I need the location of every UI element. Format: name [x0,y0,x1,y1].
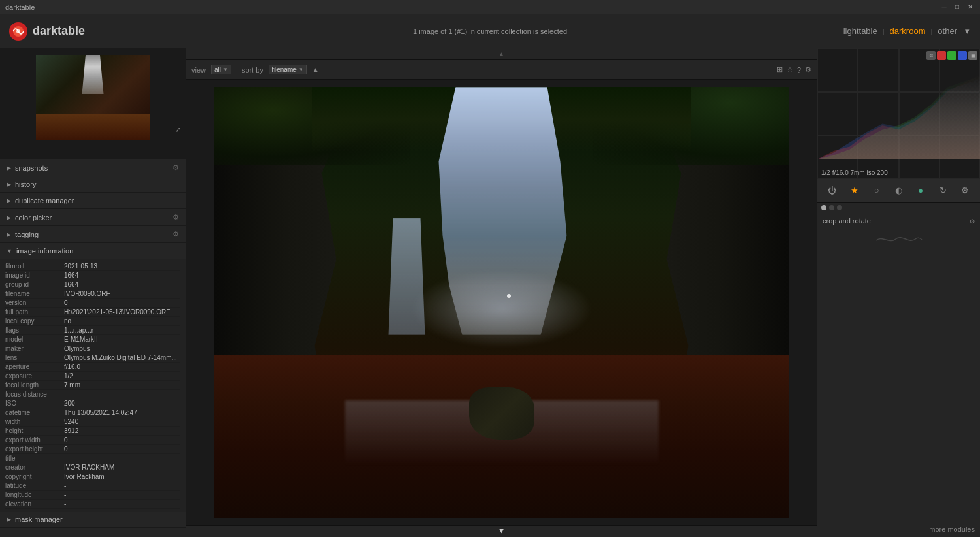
info-row-latitude: latitude - [5,481,180,491]
focus-distance-label: focus distance [5,391,64,398]
module-dots [817,203,980,213]
model-value: E-M1MarkII [64,336,98,343]
group-id-label: group id [5,281,64,288]
longitude-value: - [64,491,66,498]
tagging-arrow: ▶ [7,231,11,238]
maximize-button[interactable]: □ [953,3,962,12]
maker-label: maker [5,345,64,352]
lens-value: Olympus M.Zuiko Digital ED 7-14mm... [64,354,177,361]
height-value: 3912 [64,427,78,434]
snapshots-gear-icon[interactable]: ⚙ [172,163,179,172]
aperture-value: f/16.0 [64,363,80,370]
width-label: width [5,418,64,425]
settings-button[interactable]: ⚙ [957,183,973,199]
nav-expand-icon[interactable]: ▾ [962,25,972,37]
rotate-button[interactable]: ↻ [935,183,951,199]
darkroom-link[interactable]: darkroom [887,25,928,37]
bottom-arrow-button[interactable]: ▲ [186,525,817,537]
color-picker-gear-icon[interactable]: ⚙ [172,213,179,221]
iso-value: 200 [64,400,75,407]
help-icon[interactable]: ? [797,66,801,74]
info-row-width: width 5240 [5,417,180,427]
snapshots-section[interactable]: ▶ snapshots ⚙ [0,159,186,176]
datetime-label: datetime [5,409,64,416]
left-panel: ⤢ ▶ snapshots ⚙ ▶ history ▶ duplicate ma… [0,48,186,537]
all-channels-icon[interactable]: ◼ [968,51,977,60]
elevation-label: elevation [5,500,64,508]
center-area: ▲ view all ▼ sort by filename ▼ ▲ ⊞ ☆ [186,48,817,537]
full-path-value: H:\2021\2021-05-13\IVOR0090.ORF [64,308,170,316]
tagging-section[interactable]: ▶ tagging ⚙ [0,226,186,243]
copyright-label: copyright [5,473,64,480]
duplicate-manager-section[interactable]: ▶ duplicate manager [0,193,186,209]
tagging-gear-icon[interactable]: ⚙ [172,230,179,238]
star-button[interactable]: ★ [847,183,862,199]
lens-label: lens [5,354,64,361]
hist-cell [858,48,898,92]
histogram: ≋ ◼ 1/2 f/16.0 7mm iso 200 [817,48,980,179]
green-channel-icon[interactable] [947,51,956,60]
focal-length-value: 7 mm [64,382,80,389]
other-link[interactable]: other [935,25,960,37]
waveform-icon[interactable]: ≋ [926,51,936,60]
top-arrow-button[interactable]: ▲ [186,48,817,60]
export-width-label: export width [5,436,64,444]
history-section[interactable]: ▶ history [0,176,186,193]
elevation-value: - [64,500,66,508]
duplicate-label: duplicate manager [15,197,74,204]
hist-cell [817,92,858,136]
lighttable-link[interactable]: lighttable [841,25,880,37]
sort-select[interactable]: filename ▼ [269,65,307,74]
datetime-value: Thu 13/05/2021 14:02:47 [64,409,137,416]
title-label: title [5,455,64,462]
local-copy-label: local copy [5,317,64,325]
left-panel-footer [0,528,186,537]
info-row-group-id: group id 1664 [5,280,180,289]
title-value: - [64,455,66,462]
view-select[interactable]: all ▼ [211,65,231,74]
bookmark-icon[interactable]: ☆ [787,65,793,74]
half-circle-button[interactable]: ◐ [890,183,906,199]
view-controls-bar: view all ▼ sort by filename ▼ ▲ ⊞ ☆ ? ⚙ [186,60,817,80]
settings-icon[interactable]: ⚙ [805,65,811,74]
mask-manager-label: mask manager [15,515,63,523]
export-width-value: 0 [64,436,68,444]
rock-center [469,387,534,440]
info-row-elevation: elevation - [5,500,180,509]
more-modules-button[interactable]: more modules [817,521,980,537]
blue-channel-icon[interactable] [958,51,967,60]
info-row-filename: filename IVOR0090.ORF [5,289,180,299]
info-row-full-path: full path H:\2021\2021-05-13\IVOR0090.OR… [5,308,180,317]
power-button[interactable]: ⏻ [825,183,840,199]
close-button[interactable]: ✕ [966,3,975,12]
image-scene [214,87,789,518]
red-channel-icon[interactable] [937,51,946,60]
right-panel: ≋ ◼ 1/2 f/16.0 7mm iso 200 ⏻ ★ ○ ◐ ● ↻ [817,48,980,537]
image-info-content: filmroll 2021-05-13 image id 1664 group … [0,259,186,512]
thumbnail-image [36,55,150,140]
flags-value: 1...r..ap...r [64,327,93,334]
nav-separator-1: | [883,27,885,35]
minimize-button[interactable]: ─ [939,3,949,12]
info-row-creator: creator IVOR RACKHAM [5,463,180,472]
maker-value: Olympus [64,345,90,352]
color-picker-section[interactable]: ▶ color picker ⚙ [0,209,186,226]
image-information-section[interactable]: ▼ image information [0,243,186,259]
logo: darktable [8,21,85,42]
info-row-aperture: aperture f/16.0 [5,363,180,372]
crop-rotate-label: crop and rotate [823,217,871,225]
crop-rotate-toggle[interactable]: ⊙ [970,218,975,225]
expand-icon[interactable]: ⤢ [175,126,180,133]
info-row-maker: maker Olympus [5,344,180,353]
grid-icon[interactable]: ⊞ [777,65,783,74]
circle-button[interactable]: ○ [869,183,885,199]
mask-manager-section[interactable]: ▶ mask manager [0,512,186,528]
thumb-water [36,114,150,140]
duplicate-arrow: ▶ [7,197,11,204]
top-arrow-icon: ▲ [498,50,505,57]
info-row-local-copy: local copy no [5,317,180,326]
bottom-arrow-icon: ▲ [498,528,505,536]
color-button[interactable]: ● [913,183,928,199]
main-image-view[interactable] [186,80,817,525]
sort-direction-icon[interactable]: ▲ [312,66,319,73]
